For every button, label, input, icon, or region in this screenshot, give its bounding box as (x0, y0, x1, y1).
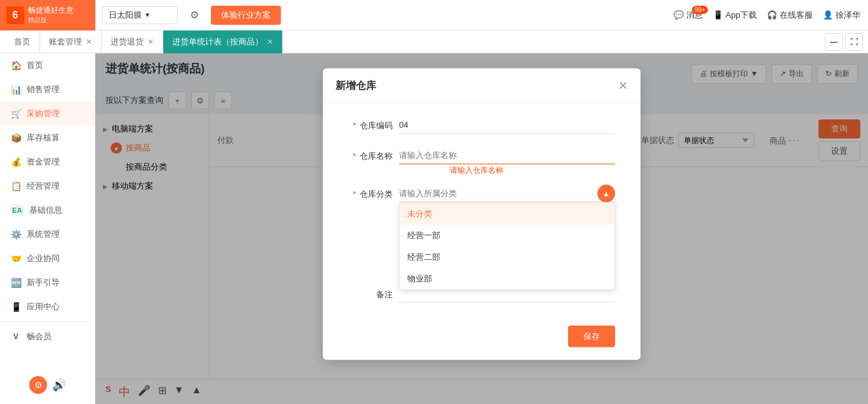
sidebar-item-home[interactable]: 🏠 首页 (0, 53, 95, 77)
apps-icon: 📱 (10, 301, 22, 313)
modal-title: 新增仓库 (336, 79, 376, 92)
tab-home[interactable]: 首页 (5, 30, 40, 53)
sidebar-item-inventory[interactable]: 📦 库存核算 (0, 126, 95, 150)
online-service-button[interactable]: 🎧 在线客服 (767, 10, 813, 21)
sidebar-item-basic-info[interactable]: EA 基础信息 (0, 198, 95, 222)
modal-header: 新增仓库 ✕ (323, 69, 641, 104)
sidebar: 🏠 首页 📊 销售管理 🛒 采购管理 📦 库存核算 💰 资金管理 📋 经营管理 … (0, 53, 95, 404)
try-industry-button[interactable]: 体验行业方案 (211, 6, 281, 25)
name-input-wrapper: 请输入仓库名称 (399, 147, 615, 165)
avatar-icon: 👤 (823, 10, 833, 20)
name-label: * 仓库名称 (348, 147, 399, 162)
sidebar-item-enterprise[interactable]: 🤝 企业协同 (0, 246, 95, 271)
purchase-icon: 🛒 (10, 108, 22, 119)
sidebar-item-sales[interactable]: 📊 销售管理 (0, 77, 95, 102)
tab-close-active-icon[interactable]: ✕ (267, 37, 273, 46)
tab-bar: 首页 账套管理 ✕ 进货退货 ✕ 进货单统计表（按商品） ✕ — ⛶ (0, 30, 868, 53)
modal-close-button[interactable]: ✕ (618, 79, 628, 93)
sidebar-bottom: ⚙ 🔊 (0, 371, 95, 399)
logo-icon: 6 (6, 6, 24, 24)
required-icon-name: * (353, 151, 356, 161)
settings-circle-button[interactable]: ⚙ (29, 376, 47, 394)
sidebar-item-newbie[interactable]: 🆕 新手引导 (0, 271, 95, 295)
enterprise-icon: 🤝 (10, 253, 22, 264)
sidebar-divider (0, 321, 95, 322)
gear-button[interactable]: ⚙ (184, 5, 205, 25)
warehouse-name-input[interactable] (399, 147, 615, 165)
modal-footer: 保存 (323, 316, 641, 347)
category-label: * 仓库分类 (348, 185, 399, 200)
user-profile[interactable]: 👤 徐泽华 (823, 10, 860, 21)
dropdown-toggle-button[interactable]: ▲ (597, 185, 615, 203)
top-header: 6 畅捷通好生意 精品版 日太阳膜 ▼ ⚙ 体验行业方案 💬 消息 99+ 📱 … (0, 0, 868, 30)
inventory-icon: 📦 (10, 132, 22, 144)
tab-controls: — ⛶ (825, 33, 863, 51)
sidebar-item-system[interactable]: ⚙️ 系统管理 (0, 222, 95, 246)
dropdown-option-dept1[interactable]: 经营一部 (400, 225, 614, 246)
newbie-icon: 🆕 (10, 277, 22, 288)
logo-text: 畅捷通好生意 精品版 (28, 6, 74, 24)
remark-label: 备注 (348, 285, 399, 300)
username: 徐泽华 (836, 10, 860, 21)
dropdown-option-dept2[interactable]: 经营二部 (400, 246, 614, 268)
message-icon: 💬 (674, 10, 684, 20)
finance-icon: 💰 (10, 156, 22, 168)
category-dropdown-list: 未分类 经营一部 经营二部 物业部 (399, 203, 615, 290)
app-download-button[interactable]: 📱 App下载 (713, 10, 757, 21)
basic-info-icon: EA (10, 205, 24, 216)
phone-icon: 📱 (713, 10, 723, 20)
content-area: 进货单统计(按商品) 🖨 按模板打印 ▼ ↗ 导出 ↻ 刷新 按以下方案查询 (95, 53, 868, 404)
sidebar-item-finance[interactable]: 💰 资金管理 (0, 150, 95, 174)
settings-icon: ⚙ (34, 380, 43, 390)
sales-icon: 📊 (10, 84, 22, 95)
message-button[interactable]: 💬 消息 99+ (674, 10, 703, 21)
chevron-down-icon: ▼ (144, 11, 151, 18)
tab-purchase-stats[interactable]: 进货单统计表（按商品） ✕ (163, 30, 283, 53)
tab-purchase-return[interactable]: 进货退货 ✕ (102, 30, 163, 53)
name-error-message: 请输入仓库名称 (450, 165, 503, 176)
logo-area: 6 畅捷通好生意 精品版 (0, 0, 95, 30)
required-icon: * (353, 121, 356, 130)
save-button[interactable]: 保存 (568, 326, 615, 347)
headphone-icon: 🎧 (767, 10, 777, 20)
code-label: * 仓库编码 (348, 116, 399, 131)
warehouse-code-input[interactable] (399, 116, 615, 134)
header-right: 💬 消息 99+ 📱 App下载 🎧 在线客服 👤 徐泽华 (674, 10, 860, 21)
store-selector[interactable]: 日太阳膜 ▼ (102, 6, 178, 24)
category-dropdown-wrapper: ▲ 未分类 经营一部 经营二部 物业部 (399, 185, 615, 203)
form-row-category: * 仓库分类 ▲ 未分类 经营一部 经营二部 物业部 (348, 185, 615, 203)
vip-icon: V (10, 331, 22, 342)
tab-close-icon[interactable]: ✕ (86, 37, 92, 46)
tab-minimize-button[interactable]: — (825, 33, 843, 51)
tab-account[interactable]: 账套管理 ✕ (40, 30, 102, 53)
dropdown-option-property[interactable]: 物业部 (400, 268, 614, 290)
tab-expand-button[interactable]: ⛶ (845, 33, 863, 51)
home-icon: 🏠 (10, 60, 22, 71)
volume-icon[interactable]: 🔊 (52, 378, 66, 392)
sidebar-item-vip[interactable]: V 畅会员 (0, 325, 95, 349)
main-layout: 🏠 首页 📊 销售管理 🛒 采购管理 📦 库存核算 💰 资金管理 📋 经营管理 … (0, 53, 868, 404)
modal-body: * 仓库编码 * 仓库名称 请输入仓库名称 (323, 104, 641, 303)
required-icon-cat: * (353, 189, 356, 199)
tab-close-icon[interactable]: ✕ (147, 37, 154, 46)
sidebar-item-apps[interactable]: 📱 应用中心 (0, 295, 95, 319)
store-name: 日太阳膜 (109, 10, 142, 21)
category-input[interactable] (399, 185, 615, 203)
sidebar-item-operations[interactable]: 📋 经营管理 (0, 174, 95, 198)
form-row-name: * 仓库名称 请输入仓库名称 (348, 147, 615, 165)
add-warehouse-modal: 新增仓库 ✕ * 仓库编码 * 仓库名称 (323, 69, 641, 360)
dropdown-option-uncategorized[interactable]: 未分类 (400, 203, 614, 225)
message-badge: 99+ (692, 6, 708, 14)
system-icon: ⚙️ (10, 229, 22, 240)
operations-icon: 📋 (10, 180, 22, 192)
sidebar-item-purchase[interactable]: 🛒 采购管理 (0, 102, 95, 126)
form-row-code: * 仓库编码 (348, 116, 615, 134)
